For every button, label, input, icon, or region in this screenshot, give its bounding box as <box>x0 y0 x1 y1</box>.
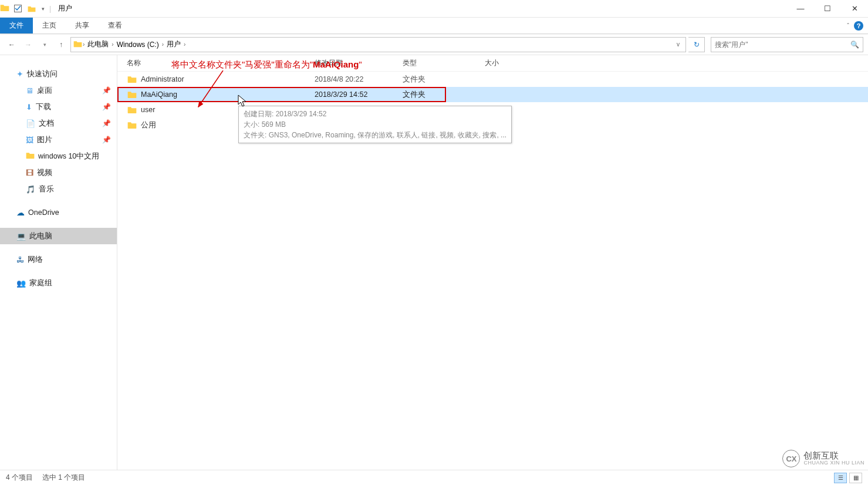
qat-dropdown-icon[interactable]: ▾ <box>39 5 47 13</box>
view-details-button[interactable]: ☰ <box>834 473 847 483</box>
breadcrumb-this-pc[interactable]: 此电脑 <box>85 39 111 49</box>
folder-icon <box>127 106 137 114</box>
network-icon: 🖧 <box>16 255 24 264</box>
ribbon-tab-view[interactable]: 查看 <box>99 18 131 33</box>
ribbon-tab-share[interactable]: 共享 <box>66 18 99 33</box>
address-bar[interactable]: › 此电脑 › Windows (C:) › 用户 › v <box>70 37 686 52</box>
close-button[interactable]: ✕ <box>841 0 868 18</box>
sidebar-item-music[interactable]: 🎵 音乐 <box>0 181 117 197</box>
tooltip-line: 大小: 569 MB <box>244 119 506 130</box>
sidebar-item-label: 家庭组 <box>29 278 52 288</box>
file-date: 2018/3/29 14:52 <box>315 90 403 99</box>
folder-icon <box>127 75 137 83</box>
annotation-prefix: 将中文名称文件夹"马爱强"重命名为" <box>171 59 313 69</box>
pin-icon: 📌 <box>102 86 111 95</box>
sidebar-item-label: 下载 <box>36 102 51 112</box>
sidebar-onedrive[interactable]: ☁ OneDrive <box>0 204 117 221</box>
breadcrumb-windows-c[interactable]: Windows (C:) <box>114 41 161 49</box>
annotation-text: 将中文名称文件夹"马爱强"重命名为"MaAiQiang" <box>171 59 362 70</box>
minimize-button[interactable]: — <box>787 0 814 18</box>
sidebar-item-label: windows 10中文用 <box>38 151 99 161</box>
sidebar-homegroup[interactable]: 👥 家庭组 <box>0 275 117 291</box>
chevron-right-icon[interactable]: › <box>183 41 186 48</box>
ribbon-tabs: 文件 主页 共享 查看 ˆ ? <box>0 18 868 34</box>
file-name: Administrator <box>137 75 315 83</box>
file-type: 文件夹 <box>403 90 485 100</box>
file-row[interactable]: Administrator 2018/4/8 20:22 文件夹 <box>117 72 868 87</box>
view-icons-button[interactable]: ▦ <box>849 473 862 483</box>
file-row-selected[interactable]: MaAiQiang 2018/3/29 14:52 文件夹 <box>117 87 868 102</box>
sidebar-item-videos[interactable]: 🎞 视频 <box>0 164 117 181</box>
maximize-button[interactable]: ☐ <box>814 0 841 18</box>
annotation-bold: MaAiQiang <box>313 59 359 69</box>
ribbon-collapse-icon[interactable]: ˆ <box>847 22 849 29</box>
sidebar-item-label: OneDrive <box>28 208 59 217</box>
refresh-button[interactable]: ↻ <box>688 37 705 52</box>
status-selected-count: 选中 1 个项目 <box>42 473 85 483</box>
sidebar-item-label: 文档 <box>39 119 54 129</box>
watermark-logo-icon: CX <box>782 450 800 467</box>
file-type: 文件夹 <box>403 75 485 85</box>
folder-icon <box>26 151 35 161</box>
search-box[interactable]: 🔍 <box>711 37 863 52</box>
qat-folder-icon[interactable] <box>25 4 38 14</box>
folder-tooltip: 创建日期: 2018/3/29 14:52 大小: 569 MB 文件夹: GN… <box>238 106 512 143</box>
onedrive-icon: ☁ <box>16 208 25 217</box>
document-icon: 📄 <box>26 119 35 128</box>
annotation-suffix: " <box>359 59 362 69</box>
back-button[interactable]: ← <box>5 38 19 52</box>
desktop-icon: 🖥 <box>26 86 33 95</box>
sidebar-item-label: 网络 <box>28 255 43 265</box>
column-type[interactable]: 类型 <box>403 58 485 68</box>
tooltip-line: 文件夹: GNS3, OneDrive, Roaming, 保存的游戏, 联系人… <box>244 130 506 140</box>
pc-icon: 💻 <box>16 232 26 241</box>
tooltip-line: 创建日期: 2018/3/29 14:52 <box>244 109 506 119</box>
recent-dropdown-icon[interactable]: ▾ <box>38 38 52 52</box>
pin-icon: 📌 <box>102 136 111 144</box>
watermark-sub: CHUANG XIN HU LIAN <box>803 460 864 466</box>
qat-checkbox-icon[interactable] <box>12 4 24 14</box>
file-list-area: 名称 修改日期 类型 大小 将中文名称文件夹"马爱强"重命名为"MaAiQian… <box>117 55 868 470</box>
sidebar-quick-access[interactable]: ✦ 快速访问 <box>0 66 117 82</box>
up-button[interactable]: ↑ <box>54 38 68 52</box>
sidebar-item-documents[interactable]: 📄 文档 📌 <box>0 115 117 132</box>
address-dropdown-icon[interactable]: v <box>673 41 683 48</box>
status-item-count: 4 个项目 <box>6 473 33 483</box>
sidebar-network[interactable]: 🖧 网络 <box>0 251 117 268</box>
folder-icon <box>127 121 137 129</box>
title-bar: ▾ | 用户 — ☐ ✕ <box>0 0 868 18</box>
sidebar-item-label: 音乐 <box>39 184 54 194</box>
file-name: MaAiQiang <box>137 90 315 99</box>
breadcrumb-users[interactable]: 用户 <box>164 39 183 49</box>
sidebar-item-label: 桌面 <box>37 86 52 96</box>
search-icon[interactable]: 🔍 <box>850 41 859 49</box>
column-size[interactable]: 大小 <box>485 58 543 68</box>
sidebar-item-desktop[interactable]: 🖥 桌面 📌 <box>0 82 117 99</box>
download-icon: ⬇ <box>26 103 32 112</box>
sidebar-item-label: 图片 <box>37 135 52 145</box>
pin-icon: 📌 <box>102 119 111 127</box>
quick-access-toolbar: ▾ <box>12 4 47 14</box>
window-title: 用户 <box>58 4 72 14</box>
sidebar-item-downloads[interactable]: ⬇ 下载 📌 <box>0 99 117 115</box>
navigation-row: ← → ▾ ↑ › 此电脑 › Windows (C:) › 用户 › v ↻ … <box>0 34 868 55</box>
ribbon-tab-file[interactable]: 文件 <box>0 18 33 33</box>
file-date: 2018/4/8 20:22 <box>315 75 403 83</box>
navigation-sidebar: ✦ 快速访问 🖥 桌面 📌 ⬇ 下载 📌 📄 文档 📌 🖼 图片 📌 windo… <box>0 55 117 470</box>
sidebar-item-win10cn[interactable]: windows 10中文用 <box>0 148 117 164</box>
forward-button[interactable]: → <box>21 38 35 52</box>
music-icon: 🎵 <box>26 185 35 194</box>
search-input[interactable] <box>715 41 850 49</box>
watermark: CX 创新互联 CHUANG XIN HU LIAN <box>782 450 864 467</box>
file-list: 将中文名称文件夹"马爱强"重命名为"MaAiQiang" Administrat… <box>117 72 868 133</box>
sidebar-item-pictures[interactable]: 🖼 图片 📌 <box>0 132 117 148</box>
sidebar-this-pc[interactable]: 💻 此电脑 <box>0 228 117 244</box>
homegroup-icon: 👥 <box>16 279 26 288</box>
watermark-main: 创新互联 <box>803 451 864 461</box>
status-bar: 4 个项目 选中 1 个项目 ☰ ▦ <box>0 470 868 485</box>
sidebar-item-label: 快速访问 <box>27 69 58 79</box>
help-icon[interactable]: ? <box>854 21 863 31</box>
video-icon: 🎞 <box>26 169 33 177</box>
pin-icon: 📌 <box>102 103 111 111</box>
ribbon-tab-home[interactable]: 主页 <box>33 18 66 33</box>
